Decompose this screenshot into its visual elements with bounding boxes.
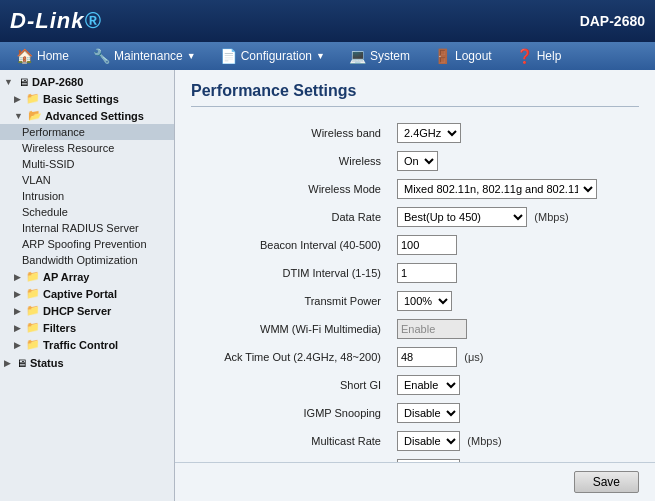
configuration-arrow: ▼ <box>316 51 325 61</box>
settings-form: Wireless band 2.4GHz5GHz Wireless OnOff <box>191 119 639 462</box>
basic-expand-icon: ▶ <box>14 94 21 104</box>
label-beacon-interval: Beacon Interval (40-500) <box>191 231 391 259</box>
basic-folder-icon: 📁 <box>26 92 40 105</box>
label-wireless: Wireless <box>191 147 391 175</box>
advanced-folder-icon: 📂 <box>28 109 42 122</box>
configuration-icon: 📄 <box>220 48 237 64</box>
sidebar-advanced-label: Advanced Settings <box>45 110 144 122</box>
row-multicast-rate: Multicast Rate Disable (Mbps) <box>191 427 639 455</box>
sidebar-internal-radius[interactable]: Internal RADIUS Server <box>0 220 174 236</box>
save-button[interactable]: Save <box>574 471 639 493</box>
sidebar-multi-ssid[interactable]: Multi-SSID <box>0 156 174 172</box>
nav-home[interactable]: 🏠 Home <box>4 42 81 70</box>
dhcp-expand-icon: ▶ <box>14 306 21 316</box>
select-multicast-rate[interactable]: Disable <box>397 431 460 451</box>
sidebar-arp-spoofing-label: ARP Spoofing Prevention <box>22 238 147 250</box>
sidebar-root-label: DAP-2680 <box>32 76 83 88</box>
sidebar-bandwidth-opt[interactable]: Bandwidth Optimization <box>0 252 174 268</box>
input-dtim-interval[interactable] <box>397 263 457 283</box>
input-wmm <box>397 319 467 339</box>
nav-maintenance[interactable]: 🔧 Maintenance ▼ <box>81 42 208 70</box>
sidebar-wireless-resource[interactable]: Wireless Resource <box>0 140 174 156</box>
select-wireless-mode[interactable]: Mixed 802.11n, 802.11g and 802.11b <box>397 179 597 199</box>
sidebar-wireless-resource-label: Wireless Resource <box>22 142 114 154</box>
label-multicast-rate: Multicast Rate <box>191 427 391 455</box>
nav-system-label: System <box>370 49 410 63</box>
sidebar-dhcp-label: DHCP Server <box>43 305 111 317</box>
sidebar-captive-portal[interactable]: ▶ 📁 Captive Portal <box>0 285 174 302</box>
captive-expand-icon: ▶ <box>14 289 21 299</box>
label-dtim-interval: DTIM Interval (1-15) <box>191 259 391 287</box>
sidebar-basic-label: Basic Settings <box>43 93 119 105</box>
label-short-gi: Short GI <box>191 371 391 399</box>
dlink-logo: D-Link® <box>10 8 102 34</box>
root-expand-icon: ▼ <box>4 77 13 87</box>
sidebar-arp-spoofing[interactable]: ARP Spoofing Prevention <box>0 236 174 252</box>
label-igmp-snooping: IGMP Snooping <box>191 399 391 427</box>
sidebar-advanced-settings[interactable]: ▼ 📂 Advanced Settings <box>0 107 174 124</box>
label-wireless-band: Wireless band <box>191 119 391 147</box>
navbar: 🏠 Home 🔧 Maintenance ▼ 📄 Configuration ▼… <box>0 42 655 70</box>
cell-wireless-band: 2.4GHz5GHz <box>391 119 639 147</box>
sidebar-captive-label: Captive Portal <box>43 288 117 300</box>
sidebar-vlan[interactable]: VLAN <box>0 172 174 188</box>
row-wmm: WMM (Wi-Fi Multimedia) <box>191 315 639 343</box>
ap-folder-icon: 📁 <box>26 270 40 283</box>
input-ack-timeout[interactable] <box>397 347 457 367</box>
select-short-gi[interactable]: EnableDisable <box>397 375 460 395</box>
select-data-rate[interactable]: Best(Up to 450) <box>397 207 527 227</box>
row-wireless-mode: Wireless Mode Mixed 802.11n, 802.11g and… <box>191 175 639 203</box>
nav-maintenance-label: Maintenance <box>114 49 183 63</box>
sidebar-traffic-label: Traffic Control <box>43 339 118 351</box>
root-folder-icon: 🖥 <box>18 76 29 88</box>
sidebar-schedule[interactable]: Schedule <box>0 204 174 220</box>
row-igmp-snooping: IGMP Snooping DisableEnable <box>191 399 639 427</box>
sidebar-intrusion-label: Intrusion <box>22 190 64 202</box>
label-wmm: WMM (Wi-Fi Multimedia) <box>191 315 391 343</box>
sidebar-performance[interactable]: Performance <box>0 124 174 140</box>
maintenance-arrow: ▼ <box>187 51 196 61</box>
nav-configuration-label: Configuration <box>241 49 312 63</box>
ap-expand-icon: ▶ <box>14 272 21 282</box>
select-igmp-snooping[interactable]: DisableEnable <box>397 403 460 423</box>
select-wireless[interactable]: OnOff <box>397 151 438 171</box>
traffic-expand-icon: ▶ <box>14 340 21 350</box>
input-beacon-interval[interactable] <box>397 235 457 255</box>
cell-ack-timeout: (μs) <box>391 343 639 371</box>
label-wireless-mode: Wireless Mode <box>191 175 391 203</box>
row-ack-timeout: Ack Time Out (2.4GHz, 48~200) (μs) <box>191 343 639 371</box>
page-title: Performance Settings <box>191 82 639 107</box>
sidebar-root[interactable]: ▼ 🖥 DAP-2680 <box>0 74 174 90</box>
sidebar-ap-array[interactable]: ▶ 📁 AP Array <box>0 268 174 285</box>
maintenance-icon: 🔧 <box>93 48 110 64</box>
sidebar-filters-label: Filters <box>43 322 76 334</box>
select-wireless-band[interactable]: 2.4GHz5GHz <box>397 123 461 143</box>
unit-data-rate: (Mbps) <box>534 211 568 223</box>
cell-multicast-rate: Disable (Mbps) <box>391 427 639 455</box>
filters-folder-icon: 📁 <box>26 321 40 334</box>
sidebar-dhcp-server[interactable]: ▶ 📁 DHCP Server <box>0 302 174 319</box>
dhcp-folder-icon: 📁 <box>26 304 40 317</box>
nav-configuration[interactable]: 📄 Configuration ▼ <box>208 42 337 70</box>
nav-logout[interactable]: 🚪 Logout <box>422 42 504 70</box>
filters-expand-icon: ▶ <box>14 323 21 333</box>
status-folder-icon: 🖥 <box>16 357 27 369</box>
sidebar-traffic-control[interactable]: ▶ 📁 Traffic Control <box>0 336 174 353</box>
sidebar-intrusion[interactable]: Intrusion <box>0 188 174 204</box>
select-transmit-power[interactable]: 100%50%25% <box>397 291 452 311</box>
sidebar-filters[interactable]: ▶ 📁 Filters <box>0 319 174 336</box>
nav-system[interactable]: 💻 System <box>337 42 422 70</box>
row-multicast-bw-control: Multicast Bandwidth Control DisableEnabl… <box>191 455 639 462</box>
nav-home-label: Home <box>37 49 69 63</box>
nav-help[interactable]: ❓ Help <box>504 42 574 70</box>
unit-ack-timeout: (μs) <box>464 351 483 363</box>
sidebar: ▼ 🖥 DAP-2680 ▶ 📁 Basic Settings ▼ 📂 Adva… <box>0 70 175 501</box>
sidebar-status-label: Status <box>30 357 64 369</box>
sidebar-schedule-label: Schedule <box>22 206 68 218</box>
sidebar-vlan-label: VLAN <box>22 174 51 186</box>
sidebar-status[interactable]: ▶ 🖥 Status <box>0 355 174 371</box>
sidebar-basic-settings[interactable]: ▶ 📁 Basic Settings <box>0 90 174 107</box>
help-icon: ❓ <box>516 48 533 64</box>
row-short-gi: Short GI EnableDisable <box>191 371 639 399</box>
cell-multicast-bw-control: DisableEnable <box>391 455 639 462</box>
